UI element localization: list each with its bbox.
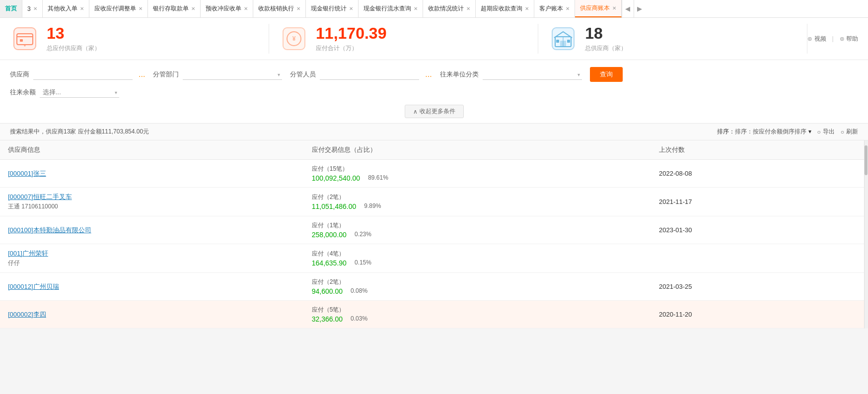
dept-input[interactable] — [183, 69, 282, 80]
close-icon[interactable]: ✕ — [244, 6, 248, 11]
balance-input[interactable] — [40, 87, 119, 98]
sort-chevron-down-icon[interactable]: ▾ — [808, 128, 811, 135]
result-summary-text: 搜索结果中，供应商13家 应付金额111,703,854.00元 — [10, 128, 149, 136]
supplier-input[interactable] — [33, 69, 133, 80]
close-icon[interactable]: ✕ — [33, 6, 37, 11]
close-icon[interactable]: ✕ — [612, 5, 616, 11]
supplier-link[interactable]: [000100]本特勤油品有限公司 — [8, 226, 91, 234]
nav-item-other-income[interactable]: 其他收入单 ✕ — [43, 0, 89, 17]
nav-label: 其他收入单 — [48, 4, 77, 13]
supplier-link[interactable]: [000001]张三 — [8, 170, 46, 177]
help-link[interactable]: ⊙ 帮助 — [840, 35, 858, 43]
supplier-cell: [001]广州荣轩仔仔 — [0, 244, 304, 273]
video-label: 视频 — [814, 35, 826, 42]
last-pay-date-cell: 2021-11-17 — [651, 188, 868, 216]
supplier-dots-button[interactable]: ... — [139, 70, 145, 79]
col-header-supplier: 供应商信息 — [0, 140, 304, 160]
query-button[interactable]: 查询 — [590, 67, 623, 82]
filter-row-2: 往来余额 ▾ — [10, 87, 858, 98]
sort-label: 排序：排序：按应付余额倒序排序 ▾ — [717, 128, 811, 136]
nav-item-home[interactable]: 首页 — [0, 0, 22, 17]
last-pay-date-cell — [651, 244, 868, 273]
nav-item-prepay-offset[interactable]: 预收冲应收单 ✕ — [201, 0, 253, 17]
nav-label: 首页 — [5, 4, 17, 13]
help-label: 帮助 — [846, 35, 858, 42]
nav-item-overdue-query[interactable]: 超期应收款查询 ✕ — [476, 0, 534, 17]
category-filter-label: 往来单位分类 — [440, 70, 479, 79]
export-button[interactable]: ○ 导出 — [817, 128, 835, 136]
close-icon[interactable]: ✕ — [414, 6, 418, 11]
scroll-track[interactable] — [864, 140, 868, 328]
last-pay-date-cell: 2022-08-08 — [651, 160, 868, 188]
supplier-cell: [000012]广州贝瑞 — [0, 273, 304, 301]
nav-label: 收款情况统计 — [428, 4, 464, 13]
close-icon[interactable]: ✕ — [566, 6, 570, 11]
tx-amount[interactable]: 164,635.90 — [312, 259, 347, 267]
nav-item-ar-ap-adjust[interactable]: 应收应付调整单 ✕ — [89, 0, 148, 17]
nav-item-supplier-account[interactable]: 供应商账本 ✕ — [575, 0, 622, 17]
close-icon[interactable]: ✕ — [525, 6, 529, 11]
summary-card-total-suppliers: 18 总供应商（家） — [538, 24, 807, 54]
filter-item-supplier: 供应商 ... — [10, 69, 145, 80]
nav-label: 预收冲应收单 — [206, 4, 241, 13]
nav-item-cash-flow[interactable]: 现金银行流水查询 ✕ — [359, 0, 423, 17]
balance-filter-label: 往来余额 — [10, 88, 36, 97]
summary-bar: ¥ 13 总应付供应商（家） ¥ 11,170.39 应付合计（万） — [0, 18, 868, 60]
nav-item-bank-deposit[interactable]: 银行存取款单 ✕ — [148, 0, 201, 17]
tx-cell: 应付（1笔）258,000.000.23% — [304, 216, 651, 244]
nav-prev-arrow[interactable]: ◀ — [622, 0, 634, 17]
tx-percent: 0.08% — [351, 287, 367, 294]
supplier-link[interactable]: [000002]李四 — [8, 311, 46, 318]
nav-label: 收款核销执行 — [258, 4, 294, 13]
close-icon[interactable]: ✕ — [191, 6, 195, 11]
close-icon[interactable]: ✕ — [466, 6, 470, 11]
tx-label: 应付（5笔） — [312, 306, 643, 314]
tx-amount[interactable]: 32,366.00 — [312, 315, 343, 323]
supplier-link[interactable]: [001]广州荣轩 — [8, 250, 48, 257]
table-head: 供应商信息 应付交易信息（占比） 上次付数 — [0, 140, 868, 160]
nav-next-arrow[interactable]: ▶ — [634, 0, 646, 17]
summary-label-payable: 总应付供应商（家） — [47, 44, 100, 53]
scroll-thumb[interactable] — [865, 145, 868, 175]
supplier-cell: [000007]恒旺二手叉车王通 17106110000 — [0, 188, 304, 216]
tx-amount[interactable]: 11,051,486.00 — [312, 202, 357, 210]
total-suppliers-icon — [548, 24, 578, 54]
close-icon[interactable]: ✕ — [80, 6, 84, 11]
supplier-link[interactable]: [000007]恒旺二手叉车 — [8, 193, 72, 200]
tx-percent: 9.89% — [364, 202, 381, 209]
supplier-link[interactable]: [000012]广州贝瑞 — [8, 283, 59, 290]
tx-cell: 应付（2笔）11,051,486.009.89% — [304, 188, 651, 216]
summary-number-payable: 13 — [47, 25, 100, 42]
close-icon[interactable]: ✕ — [296, 6, 300, 11]
filter-area: 供应商 ... 分管部门 ▾ 分管人员 ... 往来单位分类 ▾ 查询 — [0, 60, 868, 124]
nav-label: 客户账本 — [539, 4, 563, 13]
refresh-button[interactable]: ○ 刷新 — [841, 128, 858, 136]
table-row: [000007]恒旺二手叉车王通 17106110000应付（2笔）11,051… — [0, 188, 868, 216]
collapse-button[interactable]: ∧ 收起更多条件 — [405, 105, 464, 118]
close-icon[interactable]: ✕ — [139, 6, 143, 11]
video-link[interactable]: ⊙ 视频 — [807, 35, 826, 43]
tx-label: 应付（2笔） — [312, 193, 643, 201]
close-icon[interactable]: ✕ — [349, 6, 353, 11]
summary-number-total: 11,170.39 — [316, 25, 386, 42]
nav-item-collection-exec[interactable]: 收款核销执行 ✕ — [253, 0, 306, 17]
table-header-row: 供应商信息 应付交易信息（占比） 上次付数 — [0, 140, 868, 160]
table-body: [000001]张三应付（15笔）100,092,540.0089.61%202… — [0, 160, 868, 328]
person-input[interactable] — [320, 69, 419, 80]
nav-item-cash-bank-stat[interactable]: 现金银行统计 ✕ — [306, 0, 359, 17]
filter-item-balance: 往来余额 ▾ — [10, 87, 119, 98]
tx-percent: 0.23% — [355, 231, 371, 238]
data-table: 供应商信息 应付交易信息（占比） 上次付数 [000001]张三应付（15笔）1… — [0, 140, 868, 328]
category-input[interactable] — [483, 69, 582, 80]
nav-item-collection-stat[interactable]: 收款情况统计 ✕ — [423, 0, 476, 17]
svg-rect-13 — [567, 40, 570, 43]
table-row: [000100]本特勤油品有限公司应付（1笔）258,000.000.23%20… — [0, 216, 868, 244]
summary-label-total: 应付合计（万） — [316, 44, 386, 53]
tx-amount[interactable]: 100,092,540.00 — [312, 174, 360, 182]
tx-amount[interactable]: 94,600.00 — [312, 287, 343, 295]
nav-item-customer-account[interactable]: 客户账本 ✕ — [534, 0, 575, 17]
person-dots-button[interactable]: ... — [425, 70, 432, 79]
tx-amount[interactable]: 258,000.00 — [312, 231, 347, 239]
nav-item-3[interactable]: 3 ✕ — [22, 0, 43, 17]
table-row: [000001]张三应付（15笔）100,092,540.0089.61%202… — [0, 160, 868, 188]
